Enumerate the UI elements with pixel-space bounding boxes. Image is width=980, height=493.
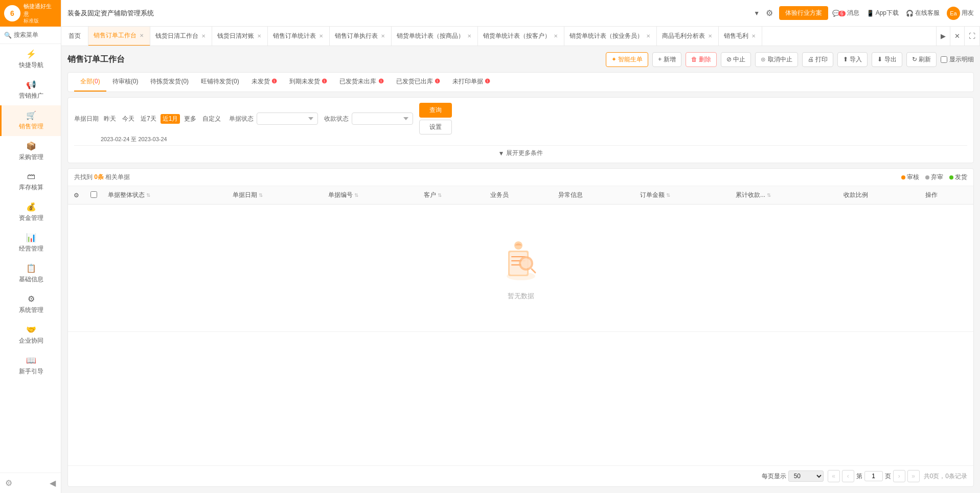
tab-maximize-icon[interactable]: ⛶ — [965, 27, 980, 46]
tab-close-cash-daily[interactable]: ✕ — [200, 33, 207, 39]
table-wrapper: ⚙ 单据整体状态 ⇅ 单据日期 ⇅ — [68, 186, 973, 465]
sidebar-nav-item-marketing[interactable]: 📢 营销推广 — [0, 75, 61, 105]
tab-product-margin[interactable]: 商品毛利分析表 ✕ — [657, 27, 719, 46]
tab-close-sales-profit[interactable]: ✕ — [750, 33, 757, 39]
sidebar-nav-item-finance[interactable]: 💰 资金管理 — [0, 197, 61, 228]
prev-page-btn[interactable]: ‹ — [842, 470, 854, 482]
tab-sales-summary-staff[interactable]: 销货单统计表（按业务员） ✕ — [564, 27, 657, 46]
sidebar-collapse-icon[interactable]: ◀ — [50, 478, 56, 488]
system-icon: ⚙ — [26, 294, 36, 304]
delete-button[interactable]: 🗑 删除 — [686, 52, 717, 67]
sub-tab-not-shipped[interactable]: 未发货 ❶ — [245, 73, 283, 92]
tab-sales-workbench[interactable]: 销售订单工作台 ✕ — [88, 27, 150, 46]
sub-tab-not-printed[interactable]: 未打印单据 ❶ — [446, 73, 496, 92]
tab-sales-exec[interactable]: 销售订单执行表 ✕ — [330, 27, 392, 46]
tab-sales-summary-product[interactable]: 销货单统计表（按商品） ✕ — [392, 27, 478, 46]
show-detail-checkbox[interactable]: 显示明细 — [941, 55, 974, 64]
tab-close-sales-stats[interactable]: ✕ — [318, 33, 324, 39]
refresh-button[interactable]: ↻ 刷新 — [906, 52, 937, 67]
tab-sales-stats[interactable]: 销售订单统计表 ✕ — [268, 27, 330, 46]
tab-sales-summary-customer[interactable]: 销货单统计表（按客户） ✕ — [478, 27, 564, 46]
date-custom[interactable]: 自定义 — [200, 114, 223, 124]
sidebar-nav-item-system[interactable]: ⚙ 系统管理 — [0, 289, 61, 320]
tab-cash-daily[interactable]: 钱货日清工作台 ✕ — [150, 27, 212, 46]
cancel-suspend-button[interactable]: ⊙ 取消中止 — [755, 52, 797, 67]
message-btn[interactable]: 💬 6 消息 — [832, 9, 859, 17]
sort-date-icon[interactable]: ⇅ — [259, 192, 263, 198]
sidebar-nav-item-sales[interactable]: 🛒 销售管理 — [0, 105, 61, 136]
tab-close-product-margin[interactable]: ✕ — [707, 33, 713, 39]
add-button[interactable]: + 新增 — [652, 52, 681, 67]
user-btn[interactable]: Ea 用友 — [947, 7, 974, 20]
status-select[interactable] — [257, 113, 318, 125]
topbar-chevron-icon[interactable]: ▼ — [754, 10, 760, 17]
empty-text: 暂无数据 — [508, 292, 534, 301]
sub-tab-wangpu[interactable]: 旺铺待发货(0) — [195, 73, 245, 92]
sidebar-nav-item-inventory[interactable]: 🗃 库存核算 — [0, 167, 61, 197]
quick-action-review[interactable]: 审核 — [901, 173, 919, 182]
next-page-btn[interactable]: › — [893, 470, 905, 482]
quick-action-cancel-review[interactable]: 弃审 — [925, 173, 943, 182]
tab-close-sales-exec[interactable]: ✕ — [380, 33, 386, 39]
export-button[interactable]: ⬇ 导出 — [872, 52, 902, 67]
tab-sales-profit[interactable]: 销售毛利 ✕ — [719, 27, 762, 46]
show-detail-input[interactable] — [941, 56, 947, 63]
sub-tab-all[interactable]: 全部(0) — [74, 73, 106, 92]
sub-tab-pending-inspect[interactable]: 待拣货发货(0) — [144, 73, 195, 92]
sidebar-nav-item-operations[interactable]: 📊 经营管理 — [0, 228, 61, 258]
gear-icon[interactable]: ⚙ — [74, 192, 79, 199]
col-gear[interactable]: ⚙ — [68, 186, 84, 205]
sidebar-search[interactable]: 🔍 搜索菜单 — [0, 27, 61, 44]
sub-tab-shipped-not-out[interactable]: 已发货未出库 ❶ — [333, 73, 390, 92]
sidebar-nav-item-guide[interactable]: 📖 新手引导 — [0, 350, 61, 381]
quick-nav-icon: ⚡ — [26, 49, 36, 59]
sort-number-icon[interactable]: ⇅ — [354, 192, 358, 198]
tab-cash-reconcile[interactable]: 钱货日清对账 ✕ — [212, 27, 268, 46]
filter-expand-btn[interactable]: ▼ 展开更多条件 — [74, 145, 967, 158]
topbar-settings-icon[interactable]: ⚙ — [764, 6, 775, 20]
sort-customer-icon[interactable]: ⇅ — [438, 192, 442, 198]
tab-scroll-right-icon[interactable]: ▶ — [937, 27, 950, 46]
per-page-select[interactable]: 50 10 20 100 — [788, 470, 824, 482]
select-all-checkbox[interactable] — [90, 191, 97, 198]
app-download-btn[interactable]: 📱 App下载 — [867, 9, 899, 17]
sort-status-icon[interactable]: ⇅ — [146, 192, 150, 198]
sidebar-nav-item-quick-nav[interactable]: ⚡ 快捷导航 — [0, 44, 61, 75]
col-check[interactable] — [84, 186, 103, 205]
sort-cumulative-icon[interactable]: ⇅ — [767, 192, 771, 198]
tab-close-cash-reconcile[interactable]: ✕ — [256, 33, 262, 39]
page-input[interactable] — [864, 471, 883, 481]
date-yesterday[interactable]: 昨天 — [102, 114, 118, 124]
date-7days[interactable]: 近7天 — [139, 114, 158, 124]
date-more[interactable]: 更多 — [182, 114, 198, 124]
filter-settings-button[interactable]: 设置 — [419, 120, 452, 135]
col-status: 单据整体状态 ⇅ — [103, 186, 227, 205]
quick-action-ship[interactable]: 发货 — [949, 173, 967, 182]
sub-tab-shipped-out[interactable]: 已发货已出库 ❶ — [390, 73, 446, 92]
tab-close-current-icon[interactable]: ✕ — [950, 27, 965, 46]
last-page-btn[interactable]: » — [907, 470, 920, 482]
sub-tab-expired[interactable]: 到期未发货 ❶ — [283, 73, 333, 92]
first-page-btn[interactable]: « — [828, 470, 840, 482]
tab-close-sales-workbench[interactable]: ✕ — [139, 33, 145, 38]
sub-tab-pending-review[interactable]: 待审核(0) — [106, 73, 145, 92]
date-today[interactable]: 今天 — [120, 114, 136, 124]
tab-close-summary-product[interactable]: ✕ — [466, 33, 472, 39]
sidebar-settings-icon[interactable]: ⚙ — [5, 478, 12, 488]
sidebar-nav-item-enterprise[interactable]: 🤝 企业协同 — [0, 320, 61, 350]
tab-home[interactable]: 首页 — [61, 27, 88, 46]
smart-create-button[interactable]: ✦ 智能生单 — [606, 52, 648, 67]
import-button[interactable]: ⬆ 导入 — [837, 52, 868, 67]
sidebar-nav-item-purchase[interactable]: 📦 采购管理 — [0, 136, 61, 167]
tab-close-summary-staff[interactable]: ✕ — [645, 33, 651, 39]
date-1month[interactable]: 近1月 — [161, 114, 180, 124]
sidebar-nav-item-basic[interactable]: 📋 基础信息 — [0, 258, 61, 289]
online-service-btn[interactable]: 🎧 在线客服 — [906, 9, 940, 17]
tab-close-summary-customer[interactable]: ✕ — [553, 33, 559, 39]
sort-amount-icon[interactable]: ⇅ — [666, 192, 670, 198]
print-button[interactable]: 🖨 打印 — [802, 52, 833, 67]
suspend-button[interactable]: ⊘ 中止 — [721, 52, 751, 67]
trial-button[interactable]: 体验行业方案 — [779, 6, 828, 20]
query-button[interactable]: 查询 — [419, 103, 452, 118]
payment-select[interactable] — [352, 113, 413, 125]
